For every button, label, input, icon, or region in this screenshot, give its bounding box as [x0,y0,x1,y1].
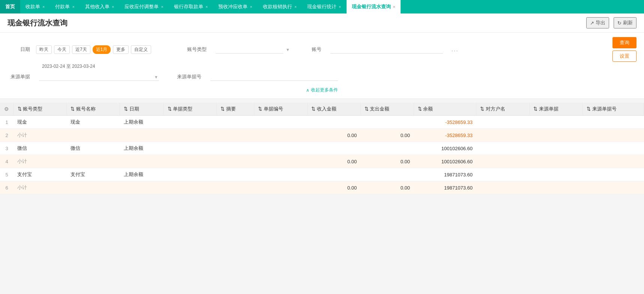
action-buttons: 查询 设置 [612,37,636,62]
query-button[interactable]: 查询 [612,37,636,48]
nav-item-cash-bank-stats[interactable]: 现金银行统计× [302,0,346,13]
nav-close-other-income[interactable]: × [112,4,114,9]
cell-date: 上期余额 [120,116,164,129]
col-summary-label: ⇅ 摘要 [221,106,236,112]
filter-row-1: 日期 昨天 今天 近7天 近1月 更多 自定义 账号类型 账号 ... 查询 设… [8,37,636,62]
cell-income [307,142,360,155]
date-btn-more[interactable]: 更多 [113,45,129,54]
col-source-doc-no: ⇅ 来源单据号 [583,103,644,116]
nav-item-collection-exec[interactable]: 收款核销执行× [258,0,302,13]
col-source-doc-no-label: ⇅ 来源单据号 [587,106,617,112]
cell-date: 上期余额 [120,168,164,181]
cell-doc-no [254,129,308,142]
date-buttons: 昨天 今天 近7天 近1月 更多 自定义 [36,45,151,54]
nav-item-ar-ap-adjust[interactable]: 应收应付调整单× [119,0,168,13]
nav-item-bank-deposit[interactable]: 银行存取款单× [169,0,213,13]
cell-date [120,155,164,168]
cell-account-name: 微信 [67,142,120,155]
nav-item-receipt[interactable]: 收款单× [20,0,50,13]
cell-income [307,116,360,129]
cell-summary [217,129,254,142]
cell-balance: 19871073.60 [414,168,476,181]
settings-button[interactable]: 设置 [612,51,636,62]
source-doc-no-input[interactable] [210,73,338,81]
col-account-name-label: ⇅ 账号名称 [71,106,96,112]
col-income: ⇅ 收入金额 [307,103,360,116]
cell-account-type: 现金 [14,116,67,129]
cell-source-doc-no [583,129,644,142]
nav-close-pre-collect[interactable]: × [250,4,252,9]
cell-balance: -3528659.33 [414,116,476,129]
cell-source-doc [530,129,583,142]
account-type-select[interactable] [216,45,283,54]
nav-close-cash-bank-stats[interactable]: × [339,4,341,9]
cell-source-doc [530,168,583,181]
cell-summary [217,168,254,181]
collapse-icon: ∧ [306,88,309,93]
cell-expense [360,168,414,181]
cell-income: 0.00 [307,181,360,194]
cell-balance: -3528659.33 [414,129,476,142]
table-container: ⚙ ⇅ 账号类型 ⇅ 账号名称 ⇅ 日期 ⇅ 单据类型 ⇅ 摘要 ⇅ 单据编号 … [0,103,644,194]
nav-item-cash-bank-flow[interactable]: 现金银行流水查询× [347,0,401,13]
nav-close-collection-exec[interactable]: × [294,4,297,9]
cell-doc-type [164,155,217,168]
flow-table: ⚙ ⇅ 账号类型 ⇅ 账号名称 ⇅ 日期 ⇅ 单据类型 ⇅ 摘要 ⇅ 单据编号 … [0,103,644,194]
col-source-doc-label: ⇅ 来源单据 [533,106,558,112]
col-doc-no-label: ⇅ 单据编号 [258,106,283,112]
cell-source-doc [530,116,583,129]
date-btn-yesterday[interactable]: 昨天 [36,45,52,54]
nav-close-receipt[interactable]: × [42,4,45,9]
cell-source-doc-no [583,181,644,194]
cell-expense [360,142,414,155]
account-input[interactable] [330,45,443,54]
cell-counterparty [476,168,530,181]
nav-close-cash-bank-flow[interactable]: × [393,4,395,9]
cell-income: 0.00 [307,129,360,142]
date-btn-1month[interactable]: 近1月 [93,45,111,54]
cell-source-doc-no [583,155,644,168]
cell-expense: 0.00 [360,181,414,194]
cell-date [120,181,164,194]
table-row: 6 小计 0.00 0.00 19871073.60 [0,181,644,194]
source-doc-select[interactable] [39,73,159,81]
date-btn-7days[interactable]: 近7天 [72,45,90,54]
collapse-bar[interactable]: ∧ 收起更多条件 [8,85,636,94]
row-num: 2 [0,129,14,142]
export-button[interactable]: ↗ 导出 [586,17,609,28]
cell-expense [360,116,414,129]
cell-account-name [67,155,120,168]
cell-counterparty [476,155,530,168]
nav-item-home[interactable]: 首页 [0,0,20,13]
cell-balance: 19871073.60 [414,181,476,194]
col-income-label: ⇅ 收入金额 [311,106,336,112]
cell-summary [217,142,254,155]
more-dots[interactable]: ... [451,46,458,53]
nav-close-payment[interactable]: × [72,4,74,9]
table-header: ⚙ ⇅ 账号类型 ⇅ 账号名称 ⇅ 日期 ⇅ 单据类型 ⇅ 摘要 ⇅ 单据编号 … [0,103,644,116]
col-gear[interactable]: ⚙ [0,103,14,116]
nav-close-bank-deposit[interactable]: × [206,4,208,9]
row-num: 4 [0,155,14,168]
col-balance-label: ⇅ 余额 [418,106,433,112]
export-icon: ↗ [590,20,594,26]
cell-doc-no [254,155,308,168]
cell-summary [217,116,254,129]
cell-income [307,168,360,181]
col-source-doc: ⇅ 来源单据 [530,103,583,116]
filter-row-2: 来源单据 来源单据号 [8,73,636,81]
date-btn-custom[interactable]: 自定义 [131,45,151,54]
nav-item-payment[interactable]: 付款单× [50,0,80,13]
refresh-button[interactable]: ↻ 刷新 [614,17,636,28]
cell-counterparty [476,181,530,194]
nav-item-other-income[interactable]: 其他收入单× [80,0,119,13]
nav-close-ar-ap-adjust[interactable]: × [161,4,163,9]
nav-item-pre-collect[interactable]: 预收冲应收单× [213,0,257,13]
col-date-label: ⇅ 日期 [124,106,139,112]
col-expense: ⇅ 支出金额 [360,103,414,116]
row-num: 5 [0,168,14,181]
cell-doc-type [164,142,217,155]
date-btn-today[interactable]: 今天 [54,45,70,54]
table-body: 1 现金 现金 上期余额 -3528659.33 2 小计 0.00 0.00 … [0,116,644,194]
cell-date: 上期余额 [120,142,164,155]
